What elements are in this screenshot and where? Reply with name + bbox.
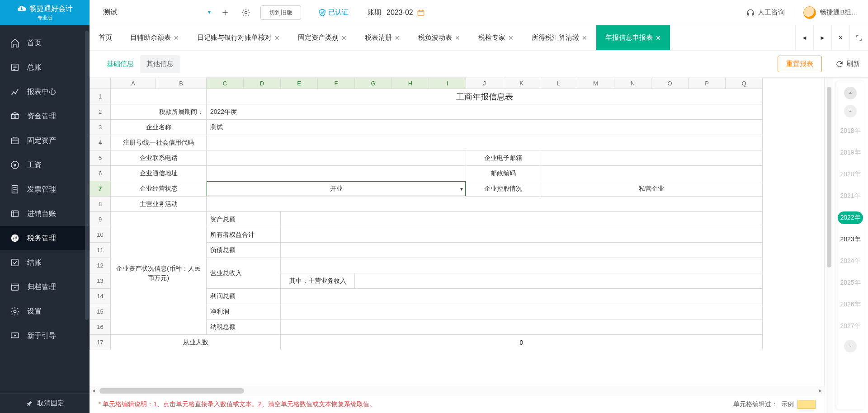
sidebar-item-home[interactable]: 首页: [0, 31, 90, 55]
row-header-7[interactable]: 7: [90, 181, 111, 197]
switch-old-version-button[interactable]: 切到旧版: [260, 5, 301, 20]
sidebar-item-ledger[interactable]: 总账: [0, 55, 90, 80]
col-header-D[interactable]: D: [244, 78, 281, 89]
value-holding[interactable]: 私营企业: [540, 181, 763, 197]
value-email[interactable]: [540, 150, 763, 166]
tab-close-icon[interactable]: ✕: [656, 34, 661, 42]
tab-目辅助余额表[interactable]: 目辅助余额表✕: [121, 25, 188, 50]
col-header-J[interactable]: J: [466, 78, 503, 89]
tab-close-icon[interactable]: ✕: [274, 34, 280, 42]
sidebar-item-closing[interactable]: 结账: [0, 250, 90, 275]
value-fin-9[interactable]: [281, 212, 763, 227]
subtab-basic-info[interactable]: 基础信息: [100, 55, 140, 73]
user-menu[interactable]: 畅捷通B组...: [803, 6, 857, 19]
year-2022年[interactable]: 2022年: [838, 211, 863, 224]
refresh-button[interactable]: 刷新: [835, 60, 860, 68]
tab-年报信息申报表[interactable]: 年报信息申报表✕: [596, 25, 670, 50]
value-phone[interactable]: [207, 150, 466, 166]
tabs-prev-button[interactable]: ◄: [796, 25, 814, 50]
year-2019年[interactable]: 2019年: [836, 142, 864, 164]
row-header-11[interactable]: 11: [90, 243, 111, 258]
tab-close-icon[interactable]: ✕: [582, 34, 587, 42]
value-fin-11[interactable]: [281, 243, 763, 258]
tabs-next-button[interactable]: ►: [814, 25, 832, 50]
row-header-2[interactable]: 2: [90, 104, 111, 120]
col-header-K[interactable]: K: [503, 78, 540, 89]
col-header-M[interactable]: M: [577, 78, 614, 89]
row-header-4[interactable]: 4: [90, 135, 111, 150]
row-header-14[interactable]: 14: [90, 289, 111, 304]
value-fin-16[interactable]: [281, 319, 763, 335]
tab-close-icon[interactable]: ✕: [508, 34, 514, 42]
sidebar-item-settings[interactable]: 设置: [0, 299, 90, 324]
sidebar-item-guide[interactable]: 新手引导: [0, 324, 90, 348]
year-prev-button[interactable]: [844, 105, 857, 117]
col-header-G[interactable]: G: [355, 78, 392, 89]
col-header-L[interactable]: L: [540, 78, 577, 89]
sidebar-scrollbar[interactable]: [85, 31, 89, 320]
value-main-biz[interactable]: [207, 197, 763, 212]
sidebar-item-salary[interactable]: 工资: [0, 153, 90, 177]
sidebar-item-tax[interactable]: 税税务管理: [0, 226, 90, 250]
row-header-3[interactable]: 3: [90, 120, 111, 135]
human-consult-button[interactable]: 人工咨询: [746, 8, 785, 17]
year-2023年[interactable]: 2023年: [836, 229, 864, 250]
sidebar-item-archive[interactable]: 归档管理: [0, 275, 90, 299]
add-company-button[interactable]: [219, 6, 231, 19]
year-2018年[interactable]: 2018年: [836, 120, 864, 142]
col-header-B[interactable]: B: [156, 78, 207, 89]
row-header-17[interactable]: 17: [90, 335, 111, 350]
year-2021年[interactable]: 2021年: [836, 185, 864, 207]
col-header-A[interactable]: A: [111, 78, 156, 89]
col-header-F[interactable]: F: [318, 78, 355, 89]
sidebar-item-reports[interactable]: 报表中心: [0, 80, 90, 104]
col-header-Q[interactable]: Q: [726, 78, 763, 89]
value-fin-10[interactable]: [281, 227, 763, 243]
period-picker[interactable]: 2023-02: [387, 9, 425, 17]
value-revenue[interactable]: [281, 258, 763, 273]
row-header-5[interactable]: 5: [90, 150, 111, 166]
sidebar-item-invoice[interactable]: 发票管理: [0, 177, 90, 202]
col-header-C[interactable]: C: [207, 78, 244, 89]
row-header-10[interactable]: 10: [90, 227, 111, 243]
value-employees[interactable]: 0: [281, 335, 763, 350]
spreadsheet[interactable]: ABCDEFGHIJKLMNOPQ1工商年报信息表2税款所属期间：2022年度3…: [90, 78, 825, 386]
row-header-16[interactable]: 16: [90, 319, 111, 335]
value-tax-period[interactable]: 2022年度: [207, 104, 763, 120]
col-header-E[interactable]: E: [281, 78, 318, 89]
tab-固定资产类别[interactable]: 固定资产类别✕: [289, 25, 356, 50]
value-biz-status[interactable]: 开业▼: [207, 181, 466, 197]
tab-close-icon[interactable]: ✕: [455, 34, 460, 42]
tab-所得税汇算清缴[interactable]: 所得税汇算清缴✕: [523, 25, 596, 50]
value-fin-15[interactable]: [281, 304, 763, 319]
tab-税负波动表[interactable]: 税负波动表✕: [409, 25, 469, 50]
value-main-revenue[interactable]: [355, 273, 763, 289]
vertical-scrollbar[interactable]: [825, 78, 833, 413]
year-2025年[interactable]: 2025年: [836, 272, 864, 294]
settings-gear-button[interactable]: [240, 6, 252, 19]
row-header-8[interactable]: 8: [90, 197, 111, 212]
year-2020年[interactable]: 2020年: [836, 164, 864, 185]
company-selector[interactable]: 测试 ▾: [103, 8, 211, 18]
reset-report-button[interactable]: 重置报表: [778, 56, 822, 72]
tabs-expand-button[interactable]: [850, 25, 868, 50]
value-company-name[interactable]: 测试: [207, 120, 763, 135]
row-header-12[interactable]: 12: [90, 258, 111, 273]
row-header-13[interactable]: 13: [90, 273, 111, 289]
tab-税表清册[interactable]: 税表清册✕: [356, 25, 409, 50]
value-fin-14[interactable]: [281, 289, 763, 304]
horizontal-scrollbar[interactable]: ◄►: [90, 386, 825, 395]
tab-close-icon[interactable]: ✕: [341, 34, 347, 42]
row-header-1[interactable]: 1: [90, 89, 111, 104]
year-2024年[interactable]: 2024年: [836, 250, 864, 272]
year-next-button[interactable]: [844, 340, 857, 352]
value-address[interactable]: [207, 166, 466, 181]
sidebar-item-fixed-assets[interactable]: 固定资产: [0, 128, 90, 153]
tabs-close-button[interactable]: ✕: [832, 25, 850, 50]
sidebar-item-funds[interactable]: 资金管理: [0, 104, 90, 128]
tab-税检专家[interactable]: 税检专家✕: [469, 25, 523, 50]
tab-close-icon[interactable]: ✕: [395, 34, 400, 42]
tab-首页[interactable]: 首页: [90, 25, 121, 50]
subtab-other-info[interactable]: 其他信息: [140, 55, 180, 73]
sidebar-item-psi[interactable]: 进销台账: [0, 202, 90, 226]
